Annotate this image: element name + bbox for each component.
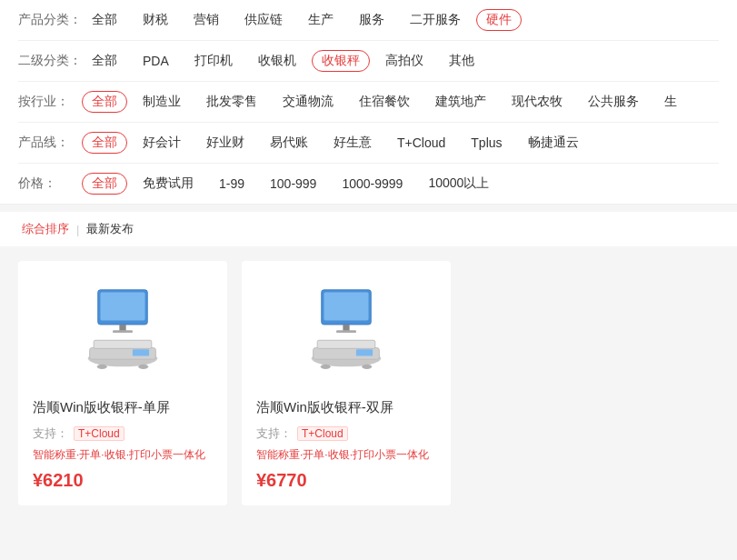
filter-item-price-all[interactable]: 全部 xyxy=(82,173,127,195)
svg-rect-12 xyxy=(343,325,349,331)
filter-item-category-marketing[interactable]: 营销 xyxy=(184,9,229,31)
filter-item-category-service[interactable]: 服务 xyxy=(349,9,394,31)
filter-item-industry-public[interactable]: 公共服务 xyxy=(578,91,649,113)
filter-row-industry: 按行业： 全部制造业批发零售交通物流住宿餐饮建筑地产现代农牧公共服务生 xyxy=(18,82,719,123)
filter-item-subcategory-other[interactable]: 其他 xyxy=(439,50,484,72)
svg-rect-3 xyxy=(113,330,133,333)
svg-point-8 xyxy=(138,365,148,369)
filter-item-subcategory-scale[interactable]: 收银秤 xyxy=(312,50,370,72)
filter-item-price-10000+[interactable]: 10000以上 xyxy=(418,173,499,195)
support-label: 支持： xyxy=(33,425,68,442)
product-card[interactable]: 浩顺Win版收银秤-单屏支持：T+Cloud智能称重·开单·收银·打印小票一体化… xyxy=(18,261,227,505)
filter-item-industry-manufacturing[interactable]: 制造业 xyxy=(133,91,191,113)
product-support: 支持：T+Cloud xyxy=(33,425,213,442)
filter-item-industry-realestate[interactable]: 建筑地产 xyxy=(425,91,496,113)
filter-item-industry-transport[interactable]: 交通物流 xyxy=(273,91,344,113)
filter-item-category-supply[interactable]: 供应链 xyxy=(234,9,293,31)
filter-label-product-line: 产品线： xyxy=(18,135,82,151)
support-badge: T+Cloud xyxy=(74,426,124,441)
filter-item-category-all[interactable]: 全部 xyxy=(82,9,127,31)
filter-items-price: 全部免费试用1-99100-9991000-999910000以上 xyxy=(82,173,499,195)
filter-item-line-good_account[interactable]: 好会计 xyxy=(133,132,191,154)
filter-item-subcategory-highcam[interactable]: 高拍仪 xyxy=(375,50,433,72)
filter-item-line-good_finance[interactable]: 好业财 xyxy=(196,132,254,154)
product-price: ¥6210 xyxy=(33,470,213,491)
filter-item-line-good_biz[interactable]: 好生意 xyxy=(324,132,382,154)
filter-item-line-tplus[interactable]: Tplus xyxy=(461,133,512,153)
svg-rect-11 xyxy=(324,293,368,321)
filter-label-industry: 按行业： xyxy=(18,94,82,110)
filter-item-category-tax[interactable]: 财税 xyxy=(133,9,178,31)
product-image xyxy=(33,279,213,388)
product-desc: 智能称重·开单·收银·打印小票一体化 xyxy=(256,447,436,463)
filter-item-price-1-99[interactable]: 1-99 xyxy=(209,174,254,194)
svg-rect-6 xyxy=(94,340,152,348)
filter-item-category-production[interactable]: 生产 xyxy=(298,9,344,31)
filter-item-industry-life[interactable]: 生 xyxy=(654,91,687,113)
filter-item-line-express[interactable]: 畅捷通云 xyxy=(518,132,589,154)
svg-point-7 xyxy=(97,365,107,369)
product-name: 浩顺Win版收银秤-双屏 xyxy=(256,399,436,416)
filter-item-price-1000-9999[interactable]: 1000-9999 xyxy=(332,174,413,194)
filter-item-price-100-999[interactable]: 100-999 xyxy=(260,174,326,194)
product-grid: 浩顺Win版收银秤-单屏支持：T+Cloud智能称重·开单·收银·打印小票一体化… xyxy=(0,246,737,520)
filter-item-category-open[interactable]: 二开服务 xyxy=(400,9,471,31)
sort-item-latest[interactable]: 最新发布 xyxy=(83,219,137,239)
filter-label-price: 价格： xyxy=(18,175,82,192)
filter-item-subcategory-pda[interactable]: PDA xyxy=(133,51,179,71)
svg-rect-1 xyxy=(100,293,144,321)
filter-row-product-category: 产品分类： 全部财税营销供应链生产服务二开服务硬件 xyxy=(18,0,719,41)
svg-point-17 xyxy=(321,365,331,369)
filter-row-price: 价格： 全部免费试用1-99100-9991000-999910000以上 xyxy=(18,164,719,204)
filter-label-sub-category: 二级分类： xyxy=(18,53,82,69)
filter-items-product-category: 全部财税营销供应链生产服务二开服务硬件 xyxy=(82,9,522,31)
filter-row-sub-category: 二级分类： 全部PDA打印机收银机收银秤高拍仪其他 xyxy=(18,41,719,82)
filter-item-subcategory-printer[interactable]: 打印机 xyxy=(184,50,243,72)
product-name: 浩顺Win版收银秤-单屏 xyxy=(33,399,213,416)
filter-item-price-free[interactable]: 免费试用 xyxy=(133,173,204,195)
svg-rect-19 xyxy=(356,349,373,355)
filter-item-line-tcloud[interactable]: T+Cloud xyxy=(387,133,455,153)
filter-item-industry-hospitality[interactable]: 住宿餐饮 xyxy=(349,91,420,113)
product-support: 支持：T+Cloud xyxy=(256,425,436,442)
product-price: ¥6770 xyxy=(256,470,436,491)
product-image xyxy=(256,279,436,388)
svg-rect-9 xyxy=(133,349,149,355)
filter-item-subcategory-cashier[interactable]: 收银机 xyxy=(248,50,306,72)
filter-item-subcategory-all[interactable]: 全部 xyxy=(82,50,127,72)
product-desc: 智能称重·开单·收银·打印小票一体化 xyxy=(33,447,213,463)
filter-item-industry-agriculture[interactable]: 现代农牧 xyxy=(502,91,573,113)
support-badge: T+Cloud xyxy=(297,426,348,441)
product-card[interactable]: 浩顺Win版收银秤-双屏支持：T+Cloud智能称重·开单·收银·打印小票一体化… xyxy=(242,261,451,505)
filter-item-industry-retail[interactable]: 批发零售 xyxy=(196,91,267,113)
filter-section: 产品分类： 全部财税营销供应链生产服务二开服务硬件 二级分类： 全部PDA打印机… xyxy=(0,0,737,205)
filter-item-industry-all[interactable]: 全部 xyxy=(82,91,127,113)
svg-point-18 xyxy=(362,365,372,369)
filter-item-line-easy_account[interactable]: 易代账 xyxy=(260,132,318,154)
sort-bar: 综合排序 | 最新发布 xyxy=(0,212,737,246)
filter-items-industry: 全部制造业批发零售交通物流住宿餐饮建筑地产现代农牧公共服务生 xyxy=(82,91,687,113)
filter-item-line-all[interactable]: 全部 xyxy=(82,132,127,154)
filter-label-product-category: 产品分类： xyxy=(18,12,82,28)
svg-rect-16 xyxy=(317,340,375,348)
filter-items-product-line: 全部好会计好业财易代账好生意T+CloudTplus畅捷通云 xyxy=(82,132,589,154)
filter-items-sub-category: 全部PDA打印机收银机收银秤高拍仪其他 xyxy=(82,50,484,72)
sort-item-comprehensive[interactable]: 综合排序 xyxy=(18,219,73,239)
filter-item-category-hardware[interactable]: 硬件 xyxy=(476,9,522,31)
svg-rect-13 xyxy=(336,330,356,333)
filter-row-product-line: 产品线： 全部好会计好业财易代账好生意T+CloudTplus畅捷通云 xyxy=(18,123,719,164)
svg-rect-2 xyxy=(119,325,125,331)
sort-divider: | xyxy=(76,223,79,236)
support-label: 支持： xyxy=(256,425,292,442)
